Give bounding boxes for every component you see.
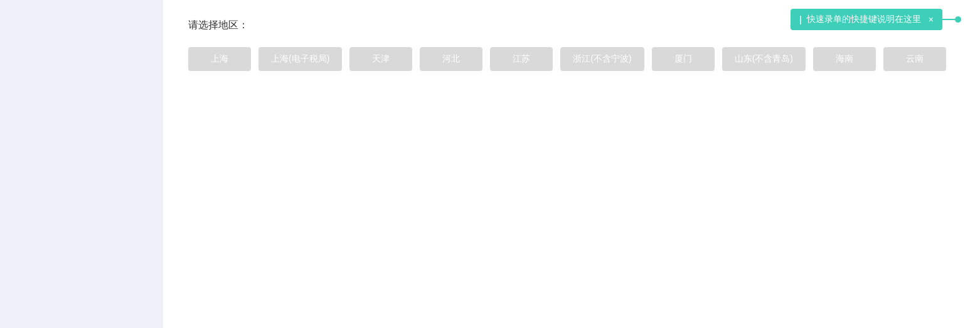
region-button-zhejiang[interactable]: 浙江(不含宁波) [560,47,644,71]
region-button-shandong[interactable]: 山东(不含青岛) [722,47,806,71]
region-button-yunnan[interactable]: 云南 [883,47,946,71]
region-button-hainan[interactable]: 海南 [813,47,876,71]
tooltip-text: 快速录单的快捷键说明在这里 [807,14,921,25]
tooltip-connector-line [942,19,955,20]
main-content: 请选择地区： 上海上海(电子税局)天津河北江苏浙江(不含宁波)厦门山东(不含青岛… [163,0,980,328]
region-button-shanghai-etax[interactable]: 上海(电子税局) [258,47,342,71]
region-button-hebei[interactable]: 河北 [420,47,482,71]
left-sidebar [0,0,163,328]
tooltip-connector-dot [955,16,961,23]
region-buttons-container: 上海上海(电子税局)天津河北江苏浙江(不含宁波)厦门山东(不含青岛)海南云南 [188,47,955,71]
region-button-jiangsu[interactable]: 江苏 [490,47,553,71]
tooltip-banner: 快速录单的快捷键说明在这里 × [791,9,942,30]
region-button-tianjin[interactable]: 天津 [349,47,412,71]
region-button-xiamen[interactable]: 厦门 [652,47,715,71]
tooltip-close-button[interactable]: × [929,14,934,25]
region-button-shanghai[interactable]: 上海 [188,47,251,71]
